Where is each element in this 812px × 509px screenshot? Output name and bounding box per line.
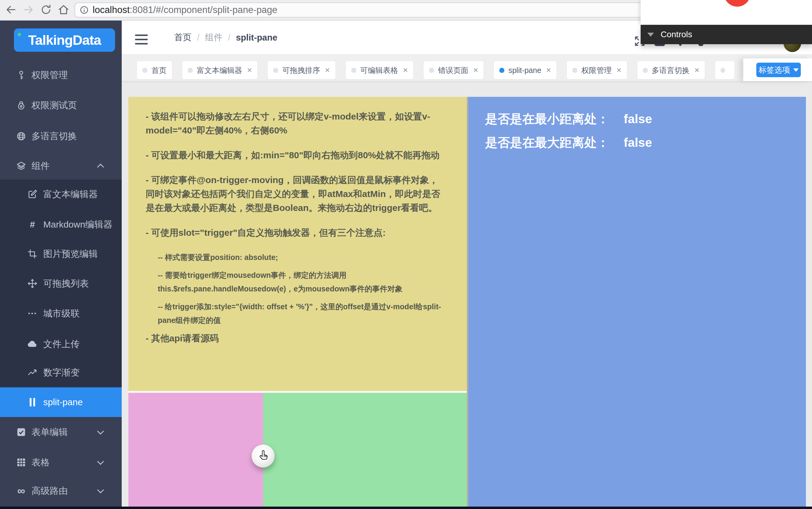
sidebar-item-tables[interactable]: 表格: [0, 448, 122, 477]
tag-nav-bar: 首页 富文本编辑器 × 可拖拽排序 × 可编辑表格 × 错误页面 ×: [122, 55, 812, 82]
content-area: - 该组件可以拖动修改左右尺寸，还可以绑定v-model来设置，如设置v-mod…: [122, 82, 812, 509]
tab-editable-table[interactable]: 可编辑表格 ×: [346, 61, 413, 79]
back-icon[interactable]: [5, 4, 18, 17]
breadcrumb-separator: /: [197, 33, 199, 43]
doc-sub-paragraph: -- 给trigger添加:style="{width: offset + '%…: [145, 300, 445, 327]
chevron-down-icon: [97, 486, 104, 494]
key-icon: [16, 70, 27, 80]
tab-home[interactable]: 首页: [137, 61, 172, 79]
home-icon[interactable]: [58, 4, 71, 17]
screen: localhost:8081/#/component/split-pane-pa…: [0, 0, 812, 509]
sidebar-item-label: 数字渐变: [43, 367, 79, 379]
reload-icon[interactable]: [40, 4, 53, 17]
cloud-upload-icon: [27, 339, 38, 349]
sidebar-item-draggable-list[interactable]: 可拖拽列表: [0, 269, 122, 298]
move-icon: [27, 278, 38, 289]
status-value: false: [624, 107, 652, 131]
crop-icon: [27, 248, 38, 259]
sidebar-item-permission-test[interactable]: 权限测试页: [0, 91, 122, 120]
forward-icon: [23, 4, 36, 17]
trigger-status: 是否是在最小距离处： false 是否是在最大距离处： false: [485, 107, 652, 154]
tab-language-switch[interactable]: 多语言切换 ×: [637, 61, 705, 79]
close-icon[interactable]: ×: [694, 66, 700, 74]
controls-overlay-panel: [641, 0, 812, 25]
tab-list: 首页 富文本编辑器 × 可拖拽排序 × 可编辑表格 × 错误页面 ×: [137, 61, 735, 79]
doc-paragraph: - 可绑定事件@on-trigger-moving，回调函数的返回值是鼠标事件对…: [145, 173, 445, 215]
tab-dot-icon: [643, 68, 648, 73]
tab-draggable-sort[interactable]: 可拖拽排序 ×: [268, 61, 335, 79]
sidebar-item-advanced-routing[interactable]: ∞ 高级路由: [0, 477, 122, 505]
app-logo[interactable]: TalkingData: [14, 28, 115, 52]
tab-rich-text-editor[interactable]: 富文本编辑器 ×: [182, 61, 257, 79]
trending-icon: [27, 367, 38, 378]
sidebar-item-file-upload[interactable]: 文件上传: [0, 330, 122, 358]
hamburger-icon[interactable]: [135, 34, 148, 46]
sidebar-item-label: 城市级联: [43, 307, 79, 320]
close-icon[interactable]: ×: [403, 66, 408, 74]
status-row-max: 是否是在最大距离处： false: [485, 131, 652, 154]
sidebar: TalkingData 权限管理 权限测试页 多语言切换 组件 富文本编辑器 #…: [0, 21, 122, 509]
pane-bottom-left: [128, 393, 263, 509]
tab-error-page[interactable]: 错误页面 ×: [424, 61, 484, 79]
sidebar-item-rich-text-editor[interactable]: 富文本编辑器: [0, 180, 122, 208]
tag-options-panel: 标签选项: [743, 58, 812, 81]
bottom-edge-strip: [0, 507, 812, 509]
sidebar-item-label: 文件上传: [43, 338, 79, 350]
doc-paragraph: - 该组件可以拖动修改左右尺寸，还可以绑定v-model来设置，如设置v-mod…: [145, 109, 445, 137]
checkbox-icon: [16, 427, 27, 438]
pause-icon: [27, 397, 38, 408]
sidebar-item-label: 权限测试页: [31, 99, 77, 112]
breadcrumb-current: split-pane: [236, 33, 277, 43]
page-info-icon[interactable]: [79, 5, 89, 15]
custom-drag-trigger-ball[interactable]: [252, 445, 274, 468]
status-value: false: [624, 131, 652, 154]
close-icon[interactable]: ×: [473, 66, 478, 74]
status-label: 是否是在最大距离处：: [485, 131, 609, 154]
chevron-down-icon: [97, 428, 104, 435]
tab-dot-icon: [429, 68, 434, 73]
doc-paragraph: - 可设置最小和最大距离，如:min="80"即向右拖动到80%处就不能再拖动: [145, 148, 445, 162]
tab-dot-icon: [721, 68, 725, 73]
sidebar-item-city-cascade[interactable]: ··· 城市级联: [0, 299, 122, 328]
sidebar-item-language-switch[interactable]: 多语言切换: [0, 122, 122, 150]
controls-bar[interactable]: Controls: [641, 25, 812, 44]
grid-icon: [16, 457, 27, 468]
record-dot-icon: [724, 0, 751, 7]
doc-sub-paragraph: -- 需要给trigger绑定mousedown事件，绑定的方法调用this.$…: [145, 268, 445, 296]
sidebar-item-form-edit[interactable]: 表单编辑: [0, 418, 122, 446]
tag-options-label: 标签选项: [759, 65, 790, 75]
ellipsis-icon: ···: [27, 308, 38, 319]
breadcrumb: 首页 / 组件 / split-pane: [174, 21, 277, 55]
close-icon[interactable]: ×: [546, 66, 551, 74]
url-path: :8081/#/component/split-pane-page: [130, 4, 277, 15]
close-icon[interactable]: ×: [247, 66, 252, 74]
sidebar-item-markdown-editor[interactable]: # Markdown编辑器: [0, 210, 122, 239]
sidebar-item-permission-management[interactable]: 权限管理: [0, 61, 122, 89]
controls-label: Controls: [661, 30, 692, 39]
sidebar-item-label: 权限管理: [31, 69, 68, 81]
chevron-up-icon: [97, 164, 104, 171]
sidebar-item-number-gradient[interactable]: 数字渐变: [0, 358, 122, 387]
sidebar-item-components[interactable]: 组件: [0, 151, 122, 180]
breadcrumb-home[interactable]: 首页: [174, 31, 192, 43]
tab-dot-icon: [142, 68, 148, 73]
controls-caret-icon[interactable]: [647, 33, 654, 37]
close-icon[interactable]: ×: [325, 66, 330, 74]
tag-options-button[interactable]: 标签选项: [756, 63, 801, 77]
tab-dot-icon: [273, 68, 278, 73]
breadcrumb-components[interactable]: 组件: [205, 31, 223, 43]
doc-paragraph: - 可使用slot="trigger"自定义拖动触发器，但有三个注意点:: [145, 226, 445, 240]
tab-permission-management[interactable]: 权限管理 ×: [567, 61, 627, 79]
tab-dot-icon: [572, 68, 577, 73]
sidebar-item-image-preview-edit[interactable]: 图片预览编辑: [0, 240, 122, 268]
tab-partial[interactable]: [715, 61, 735, 79]
sidebar-item-label: 富文本编辑器: [43, 188, 98, 201]
doc-sub-paragraph: -- 样式需要设置position: absolute;: [145, 250, 445, 264]
logo-text: TalkingData: [28, 32, 101, 48]
pane-right: 是否是在最小距离处： false 是否是在最大距离处： false: [468, 97, 806, 509]
close-icon[interactable]: ×: [616, 66, 621, 74]
sidebar-item-label: Markdown编辑器: [43, 218, 112, 231]
sidebar-item-split-pane[interactable]: split-pane: [0, 387, 122, 417]
tab-split-pane[interactable]: split-pane ×: [494, 61, 556, 79]
sidebar-item-label: 表格: [31, 456, 50, 469]
